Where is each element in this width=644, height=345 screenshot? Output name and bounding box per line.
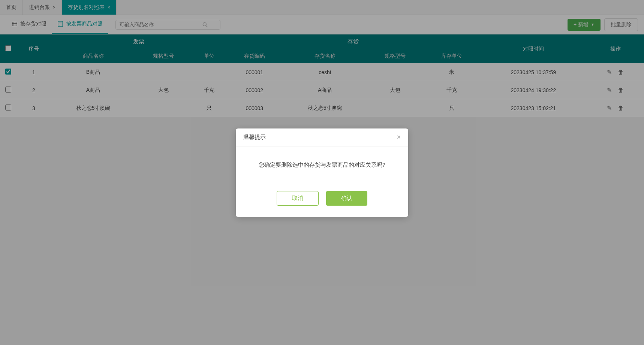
modal-overlay: 温馨提示 × 您确定要删除选中的存货与发票商品的对应关系吗? 取消 确认 <box>0 0 644 117</box>
